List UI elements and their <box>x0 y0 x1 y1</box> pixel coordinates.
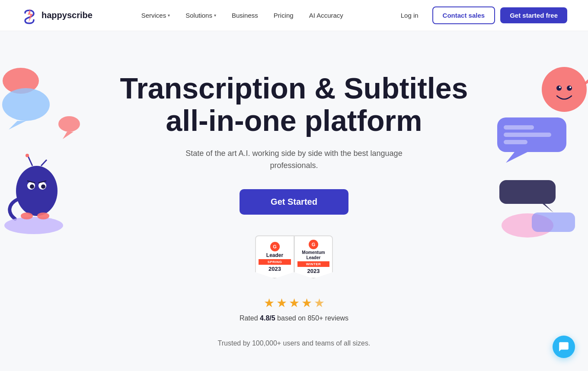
nav-business[interactable]: Business <box>226 8 264 22</box>
svg-point-32 <box>502 213 553 238</box>
g2-logo-icon: G <box>270 242 280 251</box>
g2-badges: G Leader SPRING 2023 G Momentum Leader W… <box>255 235 333 279</box>
svg-point-22 <box>567 86 572 91</box>
logo-icon <box>21 7 38 24</box>
star-3-icon: ★ <box>289 296 300 310</box>
g2-leader-badge: G Leader SPRING 2023 <box>255 235 294 279</box>
get-started-button[interactable]: Get Started <box>240 189 348 215</box>
svg-point-21 <box>556 86 562 91</box>
svg-point-8 <box>27 182 35 190</box>
svg-rect-27 <box>504 125 534 130</box>
badge-leader-label: Leader <box>266 252 283 258</box>
svg-rect-0 <box>21 7 38 24</box>
svg-point-3 <box>2 88 50 121</box>
svg-marker-26 <box>506 152 527 163</box>
stars-row: ★ ★ ★ ★ ★ <box>264 296 325 310</box>
svg-line-12 <box>28 181 35 183</box>
navbar: happyscribe Services ▾ Solutions ▾ Busin… <box>0 0 588 31</box>
nav-right: Log in Contact sales Get started free <box>392 6 567 24</box>
rating-text: Rated 4.8/5 based on 850+ reviews <box>240 314 348 322</box>
star-1-icon: ★ <box>264 296 275 310</box>
svg-line-13 <box>39 181 46 183</box>
svg-marker-4 <box>9 121 26 130</box>
login-button[interactable]: Log in <box>392 7 427 23</box>
brand-name: happyscribe <box>42 10 93 20</box>
svg-rect-25 <box>497 117 566 152</box>
svg-marker-6 <box>63 132 74 139</box>
solutions-chevron-icon: ▾ <box>214 13 216 18</box>
hero-section: Transcription & Subtitles all-in-one pla… <box>0 31 588 371</box>
svg-point-11 <box>41 184 45 189</box>
chat-button[interactable] <box>553 336 575 358</box>
right-illustration <box>493 57 588 238</box>
badge-momentum-season: WINTER <box>297 261 329 267</box>
star-4-icon: ★ <box>301 296 312 310</box>
svg-point-18 <box>21 212 33 219</box>
star-2-icon: ★ <box>276 296 287 310</box>
nav-pricing[interactable]: Pricing <box>268 8 300 22</box>
hero-title: Transcription & Subtitles all-in-one pla… <box>120 72 468 137</box>
svg-rect-33 <box>532 212 575 232</box>
services-chevron-icon: ▾ <box>168 13 170 18</box>
nav-ai-accuracy[interactable]: AI Accuracy <box>303 8 349 22</box>
g2-momentum-badge: G Momentum Leader WINTER 2023 <box>294 235 333 279</box>
g2-momentum-logo-icon: G <box>309 240 318 249</box>
svg-rect-30 <box>499 180 556 204</box>
svg-line-14 <box>28 156 32 166</box>
badge-leader-year: 2023 <box>268 266 281 272</box>
svg-point-10 <box>30 184 34 189</box>
badge-momentum-year: 2023 <box>307 268 320 274</box>
svg-point-5 <box>58 116 80 132</box>
chat-icon <box>558 341 569 352</box>
logo-link[interactable]: happyscribe <box>21 7 93 24</box>
svg-point-7 <box>16 166 58 216</box>
hero-subtitle: State of the art A.I. working side by si… <box>182 147 406 172</box>
svg-point-23 <box>559 86 561 88</box>
svg-point-17 <box>4 217 63 234</box>
svg-rect-29 <box>504 140 527 144</box>
badge-leader-season: SPRING <box>259 259 291 265</box>
nav-services[interactable]: Services ▾ <box>135 8 176 22</box>
contact-sales-button[interactable]: Contact sales <box>432 6 495 24</box>
left-illustration <box>0 57 95 238</box>
rating-value: 4.8/5 <box>260 314 275 322</box>
svg-point-24 <box>569 86 571 88</box>
svg-marker-31 <box>543 204 553 212</box>
nav-links: Services ▾ Solutions ▾ Business Pricing … <box>135 8 349 22</box>
star-5-icon: ★ <box>314 296 325 310</box>
get-started-free-button[interactable]: Get started free <box>500 7 567 23</box>
trusted-text: Trusted by 100,000+ users and teams of a… <box>218 339 371 347</box>
svg-point-15 <box>26 154 29 157</box>
svg-point-2 <box>3 68 39 94</box>
svg-point-19 <box>37 212 49 219</box>
nav-solutions[interactable]: Solutions ▾ <box>179 8 222 22</box>
svg-point-9 <box>38 182 46 190</box>
svg-point-20 <box>542 67 587 112</box>
badge-momentum-label: Momentum Leader <box>297 250 329 260</box>
svg-line-16 <box>41 160 47 166</box>
svg-rect-28 <box>504 133 551 137</box>
